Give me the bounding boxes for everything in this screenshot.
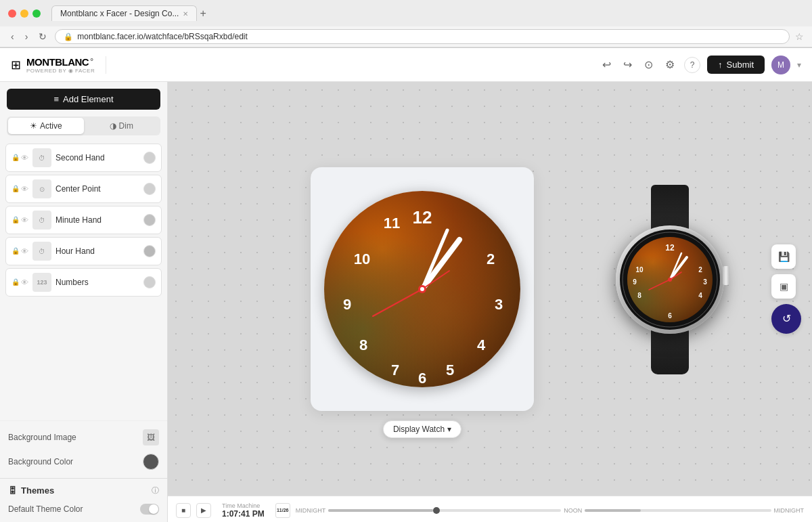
url-bar[interactable]: 🔒 montblanc.facer.io/watchface/bRSsqaRxb…: [55, 29, 790, 44]
back-button[interactable]: ‹: [8, 30, 17, 43]
submit-button[interactable]: ↑ Submit: [707, 56, 765, 74]
themes-info-icon[interactable]: ⓘ: [152, 485, 159, 496]
history-button[interactable]: ⊙: [641, 56, 656, 74]
powered-by-text: POWERED BY ◉ FACER: [26, 68, 95, 74]
themes-title: 🎛 Themes: [8, 485, 54, 496]
undo-button[interactable]: ↩: [600, 56, 614, 74]
fullscreen-window-button[interactable]: [32, 9, 41, 18]
refresh-button[interactable]: ↻: [36, 30, 49, 43]
logo-symbol: °: [90, 57, 93, 66]
svg-text:11: 11: [384, 215, 400, 232]
svg-text:4: 4: [698, 292, 702, 299]
watch-crown: [723, 266, 729, 285]
timeline-progress: [328, 509, 433, 512]
sidebar: ≡ Add Element ☀ Active ◑ Dim 🔒 �: [0, 82, 168, 522]
close-window-button[interactable]: [8, 9, 16, 18]
layer-thumbnail: ⏱: [32, 211, 51, 230]
layer-color-swatch[interactable]: [143, 276, 156, 288]
background-color-label: Background Color: [8, 457, 137, 466]
active-mode-tab[interactable]: ☀ Active: [8, 118, 84, 134]
dim-tab-label: Dim: [119, 121, 133, 131]
background-image-icon[interactable]: 🖼: [143, 429, 159, 445]
layers-icon: ≡: [53, 94, 59, 104]
eye-icon: 👁: [21, 185, 28, 193]
layer-color-swatch[interactable]: [143, 245, 156, 257]
time-machine-label: Time Machine: [222, 502, 265, 509]
add-element-button[interactable]: ≡ Add Element: [7, 89, 160, 110]
watch-dial-svg: 12 2 3 4 6 8 9 10: [627, 237, 713, 322]
timeline-progress-2: [585, 509, 641, 512]
background-section: Background Image 🖼 Background Color: [0, 420, 167, 478]
settings-button[interactable]: ⚙: [662, 56, 677, 74]
svg-text:5: 5: [446, 362, 454, 378]
svg-line-28: [649, 280, 670, 290]
background-color-item[interactable]: Background Color: [5, 450, 162, 474]
app-content: ≡ Add Element ☀ Active ◑ Dim 🔒 �: [0, 82, 812, 522]
mode-tabs: ☀ Active ◑ Dim: [7, 116, 160, 135]
layer-item-hour-hand[interactable]: 🔒 👁 ⏱ Hour Hand: [5, 237, 162, 265]
logo-text: MONTBLANC: [26, 56, 89, 68]
svg-text:10: 10: [354, 251, 370, 267]
grid-menu-icon[interactable]: ⊞: [11, 58, 21, 72]
stop-button[interactable]: ■: [176, 503, 191, 518]
share-tool-button[interactable]: ↺: [771, 304, 801, 334]
tab-close-button[interactable]: ✕: [183, 10, 188, 18]
browser-titlebar: Montblanc x Facer - Design Co... ✕ +: [0, 0, 812, 26]
preview-tool-button[interactable]: ▣: [771, 274, 796, 299]
display-watch-button[interactable]: Display Watch ▾: [383, 420, 461, 438]
eye-icon: 👁: [21, 216, 28, 224]
browser-urlbar: ‹ › ↻ 🔒 montblanc.facer.io/watchface/bRS…: [0, 26, 812, 47]
layer-item-numbers[interactable]: 🔒 👁 123 Numbers: [5, 268, 162, 297]
background-image-item[interactable]: Background Image 🖼: [5, 425, 162, 450]
layer-item-minute-hand[interactable]: 🔒 👁 ⏱ Minute Hand: [5, 206, 162, 234]
bookmark-button[interactable]: ☆: [795, 31, 804, 42]
date-picker-button[interactable]: 11/26: [275, 503, 290, 518]
right-tools: 💾 ▣ ↺: [771, 244, 801, 334]
lock-icon: 🔒: [12, 154, 20, 162]
timeline-track[interactable]: [328, 509, 561, 512]
layer-item-second-hand[interactable]: 🔒 👁 ⏱ Second Hand: [5, 144, 162, 172]
default-theme-toggle[interactable]: [140, 504, 159, 515]
new-tab-button[interactable]: +: [200, 7, 206, 20]
tab-bar: Montblanc x Facer - Design Co... ✕ +: [51, 5, 804, 21]
svg-text:12: 12: [413, 207, 432, 227]
save-tool-button[interactable]: 💾: [771, 244, 796, 269]
layer-item-center-point[interactable]: 🔒 👁 ⊙ Center Point: [5, 175, 162, 203]
play-button[interactable]: ▶: [196, 503, 211, 518]
svg-text:9: 9: [343, 296, 351, 313]
time-value: 1:07:41 PM: [222, 509, 265, 519]
layer-name: Second Hand: [55, 153, 139, 162]
eye-icon: 👁: [21, 247, 28, 255]
timeline-thumb[interactable]: [433, 507, 440, 514]
svg-text:2: 2: [698, 266, 702, 274]
svg-text:4: 4: [477, 336, 486, 353]
svg-text:3: 3: [495, 296, 503, 313]
layer-name: Hour Hand: [55, 246, 139, 256]
layer-color-swatch[interactable]: [143, 152, 156, 164]
noon-label: NOON: [564, 507, 582, 514]
eye-icon: 👁: [21, 154, 28, 162]
help-button[interactable]: ?: [684, 57, 700, 73]
add-element-label: Add Element: [63, 94, 113, 104]
stop-icon: ■: [181, 506, 185, 514]
svg-text:10: 10: [635, 266, 644, 274]
url-text: montblanc.facer.io/watchface/bRSsqaRxbd/…: [77, 32, 247, 41]
svg-point-30: [668, 278, 672, 282]
avatar-dropdown-icon[interactable]: ▾: [797, 60, 801, 70]
toggle-knob: [149, 504, 158, 514]
dim-mode-tab[interactable]: ◑ Dim: [84, 118, 160, 134]
active-tab[interactable]: Montblanc x Facer - Design Co... ✕: [51, 5, 197, 21]
themes-title-text: Themes: [21, 485, 54, 496]
layer-color-swatch[interactable]: [143, 214, 156, 226]
layer-thumbnail: ⏱: [32, 242, 51, 261]
redo-button[interactable]: ↪: [621, 56, 635, 74]
background-color-swatch[interactable]: [143, 454, 159, 470]
svg-text:6: 6: [418, 370, 426, 387]
minimize-window-button[interactable]: [20, 9, 28, 18]
physical-watch-preview: 12 2 3 4 6 8 9 10: [609, 185, 731, 374]
forward-button[interactable]: ›: [22, 30, 31, 43]
layer-color-swatch[interactable]: [143, 183, 156, 195]
timeline-track-2[interactable]: [585, 509, 771, 512]
canvas[interactable]: 12 2 3 4 5 6 7 8 9 10 11: [168, 82, 812, 496]
user-avatar-button[interactable]: M: [771, 56, 790, 74]
